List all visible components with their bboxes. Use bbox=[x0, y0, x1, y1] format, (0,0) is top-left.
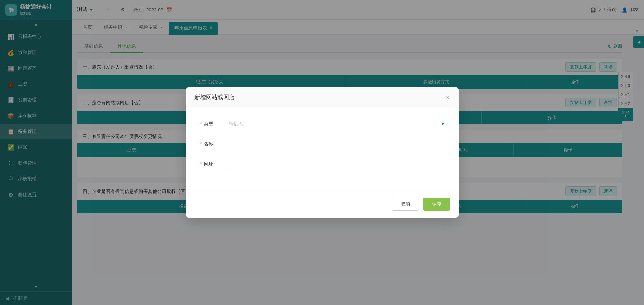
url-input[interactable] bbox=[229, 159, 444, 169]
type-input[interactable] bbox=[229, 119, 444, 129]
form-input-wrap-type: ▾ bbox=[229, 119, 444, 129]
dialog-title: 新增网站或网店 bbox=[194, 94, 235, 101]
dialog-header: 新增网站或网店 × bbox=[186, 87, 459, 108]
form-label-type: * 类型 bbox=[200, 121, 229, 127]
form-label-name: * 名称 bbox=[200, 141, 229, 147]
form-item-url: * 网址 bbox=[200, 159, 444, 169]
required-star-url: * bbox=[200, 161, 202, 167]
form-item-type: * 类型 ▾ bbox=[200, 119, 444, 129]
form-item-name: * 名称 bbox=[200, 139, 444, 149]
required-star-type: * bbox=[200, 121, 202, 126]
cancel-button[interactable]: 取消 bbox=[392, 198, 419, 211]
dialog-close-button[interactable]: × bbox=[446, 94, 450, 101]
dialog-body: * 类型 ▾ * 名称 * bbox=[186, 108, 459, 190]
name-input[interactable] bbox=[229, 139, 444, 149]
dialog-add-website: 新增网站或网店 × * 类型 ▾ * 名称 bbox=[186, 87, 459, 218]
form-input-wrap-name bbox=[229, 139, 444, 149]
dialog-overlay[interactable]: 新增网站或网店 × * 类型 ▾ * 名称 bbox=[0, 0, 644, 305]
save-button[interactable]: 保存 bbox=[423, 198, 450, 211]
form-label-url: * 网址 bbox=[200, 161, 229, 167]
required-star-name: * bbox=[200, 141, 202, 147]
form-input-wrap-url bbox=[229, 159, 444, 169]
dialog-footer: 取消 保存 bbox=[186, 190, 459, 218]
